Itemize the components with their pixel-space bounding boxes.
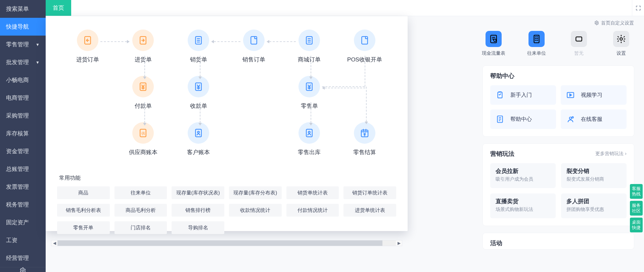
- sidebar-item-9[interactable]: 总账管理: [0, 160, 46, 178]
- flow-arrow: [267, 40, 296, 43]
- sidebar-item-label: 搜索菜单: [6, 5, 29, 13]
- marketing-card: 营销玩法 更多营销玩法 › 会员拉新吸引用户成为会员裂变分销裂变式发展分销商直播…: [483, 144, 634, 226]
- gear-icon: [594, 20, 599, 25]
- marketing-item-title: 直播卖货: [496, 197, 550, 205]
- building-icon: [528, 31, 545, 47]
- horizontal-scrollbar[interactable]: ◀ ▶: [51, 240, 402, 246]
- flow-node-r3c5[interactable]: 零售出库: [284, 122, 334, 156]
- play-icon: [565, 90, 576, 100]
- help-item-3[interactable]: 在线客服: [561, 109, 627, 129]
- common-func-button-9[interactable]: 收款情况统计: [229, 204, 282, 217]
- sidebar-item-10[interactable]: 发票管理: [0, 178, 46, 196]
- sidebar-item-0[interactable]: 搜索菜单: [0, 0, 46, 18]
- sidebar: 搜索菜单快捷导航零售管理▼批发管理▼小畅电商电商管理采购管理库存核算资金管理总账…: [0, 0, 46, 272]
- sidebar-item-label: 资金管理: [6, 147, 29, 155]
- sidebar-settings-button[interactable]: [0, 267, 46, 272]
- expand-icon: [635, 5, 641, 11]
- common-func-button-11[interactable]: 进货单统计表: [343, 204, 396, 217]
- help-item-1[interactable]: 视频学习: [561, 85, 627, 105]
- marketing-item-title: 裂变分销: [566, 167, 621, 175]
- home-customize-label: 首页自定义设置: [601, 20, 634, 26]
- sidebar-item-2[interactable]: 零售管理▼: [0, 36, 46, 53]
- sidebar-item-label: 小畅电商: [6, 76, 29, 84]
- sidebar-item-8[interactable]: 资金管理: [0, 142, 46, 160]
- flow-diagram: 进货订单进货单销货单销售订单商城订单POS收银开单付款单收款单零售单供供应商账本…: [49, 26, 404, 173]
- scrollbar-track[interactable]: [57, 240, 396, 246]
- scroll-left-icon[interactable]: ◀: [51, 241, 57, 245]
- blank-icon: [571, 31, 587, 47]
- common-func-button-0[interactable]: 商品: [57, 186, 110, 199]
- sidebar-item-3[interactable]: 批发管理▼: [0, 53, 46, 71]
- help-item-0[interactable]: 新手入门: [490, 85, 556, 105]
- flow-node-label: 零售结算: [339, 148, 390, 156]
- floater-2[interactable]: 桌面快捷: [630, 218, 643, 232]
- flow-arrow: [143, 56, 146, 79]
- sidebar-item-1[interactable]: 快捷导航: [0, 18, 46, 36]
- flow-arrow: [198, 56, 202, 79]
- flow-arrow: [198, 102, 202, 126]
- common-func-button-14[interactable]: 导购排名: [172, 221, 224, 234]
- sidebar-item-label: 采购管理: [6, 112, 29, 120]
- flow-node-r1c4[interactable]: 销售订单: [229, 30, 279, 63]
- common-func-button-13[interactable]: 门店排名: [114, 221, 167, 234]
- scroll-right-icon[interactable]: ▶: [396, 241, 402, 245]
- marketing-item-sub: 场景式购物新玩法: [496, 207, 550, 213]
- common-func-button-4[interactable]: 销货单统计表: [286, 186, 339, 199]
- calendar-yen-icon: [354, 122, 375, 144]
- common-func-button-7[interactable]: 商品毛利分析: [114, 204, 167, 217]
- tab-home[interactable]: 首页: [46, 0, 71, 16]
- page-icon: [495, 114, 505, 124]
- flow-node-r1c1[interactable]: 进货订单: [62, 30, 113, 63]
- flow-node-r3c6[interactable]: 零售结算: [339, 122, 390, 156]
- sidebar-item-label: 发票管理: [6, 183, 29, 191]
- common-func-button-6[interactable]: 销售毛利分析表: [57, 204, 110, 217]
- sidebar-item-11[interactable]: 税务管理: [0, 196, 46, 214]
- sidebar-item-14[interactable]: 经营管理: [0, 249, 46, 267]
- quick-shortcut-0[interactable]: 现金流量表: [483, 31, 504, 56]
- marketing-item-1[interactable]: 裂变分销裂变式发展分销商: [561, 163, 627, 188]
- quick-shortcut-label: 设置: [616, 50, 626, 56]
- quick-shortcut-1[interactable]: 往来单位: [526, 31, 547, 56]
- common-func-button-10[interactable]: 付款情况统计: [286, 204, 339, 217]
- marketing-more-link[interactable]: 更多营销玩法 ›: [595, 151, 627, 157]
- fullscreen-button[interactable]: [632, 0, 644, 16]
- activity-card: 活动: [483, 233, 634, 249]
- flow-arrow: [365, 56, 365, 87]
- doc-out-icon: [132, 30, 154, 51]
- sidebar-item-5[interactable]: 电商管理: [0, 89, 46, 107]
- common-func-button-5[interactable]: 销货订单统计表: [343, 186, 396, 199]
- svg-point-6: [620, 38, 623, 40]
- right-column: 首页自定义设置 现金流量表往来单位暂无设置 帮助中心 新手入门视频学习帮助中心在…: [483, 20, 634, 257]
- common-func-button-3[interactable]: 现存量(库存分布表): [229, 186, 282, 199]
- marketing-title: 营销玩法: [490, 150, 514, 158]
- floater-0[interactable]: 客服热线: [630, 184, 643, 199]
- sidebar-item-label: 工资: [6, 236, 17, 244]
- sidebar-item-6[interactable]: 采购管理: [0, 107, 46, 125]
- common-func-button-8[interactable]: 销售排行榜: [172, 204, 224, 217]
- side-floaters: 客服热线服务社区桌面快捷: [630, 184, 643, 232]
- help-item-label: 帮助中心: [510, 116, 532, 123]
- home-customize-link[interactable]: 首页自定义设置: [483, 20, 634, 26]
- flow-node-label: 销售订单: [229, 56, 279, 63]
- sidebar-item-4[interactable]: 小畅电商: [0, 71, 46, 89]
- flow-node-r3c3[interactable]: 客户账本: [173, 122, 224, 156]
- help-title: 帮助中心: [490, 72, 514, 80]
- common-func-button-1[interactable]: 往来单位: [114, 186, 167, 199]
- sidebar-item-12[interactable]: 固定资产: [0, 214, 46, 231]
- common-func-button-2[interactable]: 现存量(库存状况表): [172, 186, 224, 199]
- floater-1[interactable]: 服务社区: [630, 201, 643, 216]
- flow-node-r3c2[interactable]: 供供应商账本: [118, 122, 168, 156]
- common-func-button-12[interactable]: 零售开单: [57, 221, 110, 234]
- sidebar-item-7[interactable]: 库存核算: [0, 125, 46, 142]
- svg-rect-5: [576, 37, 582, 41]
- sidebar-item-label: 库存核算: [6, 130, 29, 137]
- help-item-2[interactable]: 帮助中心: [490, 109, 556, 129]
- marketing-item-0[interactable]: 会员拉新吸引用户成为会员: [490, 163, 556, 188]
- sidebar-item-13[interactable]: 工资: [0, 231, 46, 249]
- marketing-item-3[interactable]: 多人拼团拼团购物享受优惠: [561, 193, 627, 218]
- scrollbar-thumb[interactable]: [57, 240, 382, 246]
- flow-arrow: [309, 102, 313, 126]
- quick-shortcut-3[interactable]: 设置: [611, 31, 631, 56]
- svg-point-24: [197, 131, 199, 133]
- marketing-item-2[interactable]: 直播卖货场景式购物新玩法: [490, 193, 556, 218]
